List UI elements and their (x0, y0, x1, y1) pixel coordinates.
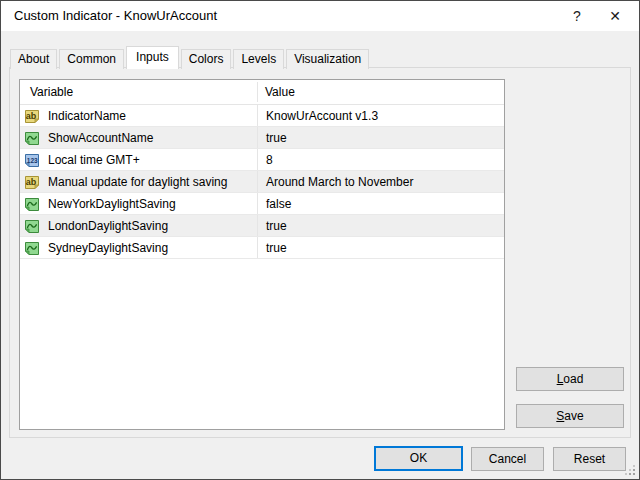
tab-colors[interactable]: Colors (181, 49, 232, 69)
title-bar: Custom Indicator - KnowUrAccount ? ✕ (1, 1, 639, 31)
variable-cell: abIndicatorName (20, 105, 257, 126)
column-header-value: Value (265, 80, 295, 104)
close-button[interactable]: ✕ (595, 1, 635, 31)
table-row[interactable]: ShowAccountNametrue (20, 127, 504, 149)
column-header-variable: Variable (30, 80, 73, 104)
bool-input-icon (24, 130, 40, 146)
variable-cell: SydneyDaylightSaving (20, 237, 257, 258)
svg-text:ab: ab (26, 177, 37, 187)
table-body: abIndicatorNameKnowUrAccount v1.3ShowAcc… (20, 105, 504, 259)
value-cell[interactable]: true (257, 237, 504, 258)
variable-cell: 123Local time GMT+ (20, 149, 257, 170)
tab-strip: AboutCommonInputsColorsLevelsVisualizati… (10, 46, 371, 68)
svg-text:ab: ab (26, 111, 37, 121)
variable-cell: ShowAccountName (20, 127, 257, 148)
variable-cell: abManual update for daylight saving (20, 171, 257, 192)
table-row[interactable]: NewYorkDaylightSavingfalse (20, 193, 504, 215)
value-cell[interactable]: 8 (257, 149, 504, 170)
variable-name: IndicatorName (48, 109, 126, 123)
variable-name: SydneyDaylightSaving (48, 241, 168, 255)
variable-name: Manual update for daylight saving (48, 175, 227, 189)
table-row[interactable]: 123Local time GMT+8 (20, 149, 504, 171)
reset-button[interactable]: Reset (553, 447, 626, 471)
value-cell[interactable]: false (257, 193, 504, 214)
bool-input-icon (24, 218, 40, 234)
cancel-button[interactable]: Cancel (471, 447, 544, 471)
value-cell[interactable]: Around March to November (257, 171, 504, 192)
table-row[interactable]: abManual update for daylight savingAroun… (20, 171, 504, 193)
window-title: Custom Indicator - KnowUrAccount (14, 1, 217, 31)
variable-name: Local time GMT+ (48, 153, 140, 167)
value-cell[interactable]: true (257, 127, 504, 148)
tab-about[interactable]: About (10, 49, 57, 69)
variable-cell: NewYorkDaylightSaving (20, 193, 257, 214)
table-row[interactable]: SydneyDaylightSavingtrue (20, 237, 504, 259)
bool-input-icon (24, 196, 40, 212)
text-input-icon: ab (24, 174, 40, 190)
inputs-tab-panel: Variable Value abIndicatorNameKnowUrAcco… (9, 67, 631, 438)
inputs-table: Variable Value abIndicatorNameKnowUrAcco… (19, 79, 505, 430)
variable-name: ShowAccountName (48, 131, 153, 145)
integer-input-icon: 123 (24, 152, 40, 168)
column-divider (257, 82, 258, 102)
variable-cell: LondonDaylightSaving (20, 215, 257, 236)
bool-input-icon (24, 240, 40, 256)
tab-visualization[interactable]: Visualization (286, 49, 369, 69)
value-cell[interactable]: true (257, 215, 504, 236)
variable-name: NewYorkDaylightSaving (48, 197, 176, 211)
tab-inputs[interactable]: Inputs (126, 46, 179, 69)
svg-text:123: 123 (27, 157, 38, 164)
value-cell[interactable]: KnowUrAccount v1.3 (257, 105, 504, 126)
load-button[interactable]: Load (516, 367, 624, 391)
ok-button[interactable]: OK (374, 446, 463, 471)
tab-levels[interactable]: Levels (233, 49, 284, 69)
help-button[interactable]: ? (557, 1, 597, 31)
variable-name: LondonDaylightSaving (48, 219, 168, 233)
table-row[interactable]: LondonDaylightSavingtrue (20, 215, 504, 237)
table-row[interactable]: abIndicatorNameKnowUrAccount v1.3 (20, 105, 504, 127)
resize-grip[interactable] (623, 463, 635, 475)
table-header: Variable Value (20, 80, 504, 105)
custom-indicator-dialog: Custom Indicator - KnowUrAccount ? ✕ Abo… (0, 0, 640, 480)
tab-common[interactable]: Common (59, 49, 124, 69)
text-input-icon: ab (24, 108, 40, 124)
save-button[interactable]: Save (516, 404, 624, 428)
